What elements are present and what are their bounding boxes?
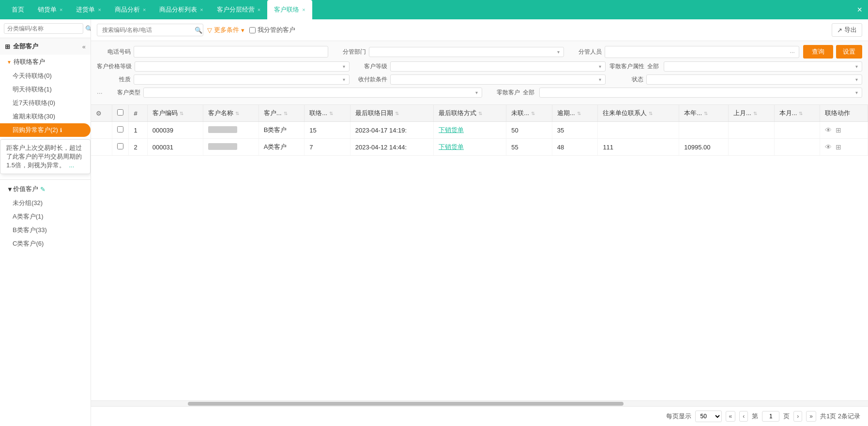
sidebar-item-tomorrow[interactable]: 明天待联络(1) [0, 83, 91, 96]
td-lastmethod-1[interactable]: 下销货单 [434, 122, 506, 139]
grid-icon-1[interactable]: ⊞ [836, 126, 841, 134]
sidebar-item-overdue[interactable]: 逾期未联络(30) [0, 110, 91, 123]
sidebar-item-a-class[interactable]: A类客户(1) [0, 210, 91, 223]
nav-home[interactable]: 首页 [5, 0, 31, 19]
my-customers-checkbox[interactable] [249, 27, 256, 33]
close-sales-order[interactable]: × [60, 7, 62, 13]
all-customers-section[interactable]: ⊞ 全部客户 « [0, 38, 91, 55]
th-contact2[interactable]: 往来单位联系人⇅ [598, 105, 679, 122]
person-select[interactable]: ··· [605, 46, 799, 58]
sidebar-item-7days[interactable]: 近7天待联络(0) [0, 96, 91, 110]
td-thismonth-2 [774, 139, 820, 156]
query-button[interactable]: 查询 [803, 45, 833, 59]
filter-retail-attribute: 零散客户属性 全部 ▾ [609, 61, 862, 72]
th-lastdate[interactable]: 最后联络日期⇅ [350, 105, 433, 122]
close-customer-tiers[interactable]: × [258, 7, 260, 13]
price-level-select[interactable]: ▾ [135, 61, 350, 72]
valuation-group[interactable]: ▼ 价值客户 ✎ [0, 182, 91, 196]
more-conditions-button[interactable]: ▽ 更多条件 ▾ [207, 26, 244, 34]
sort-icon-level: ⇅ [284, 111, 288, 116]
export-button[interactable]: ↗ 导出 [832, 23, 862, 37]
close-all-button[interactable]: × [857, 5, 862, 15]
main-search-input[interactable] [97, 24, 203, 36]
lastmethod-link-2[interactable]: 下销货单 [439, 143, 464, 150]
prev-page-button[interactable]: ‹ [739, 411, 748, 422]
sidebar-search-icon[interactable]: 🔍 [85, 25, 91, 32]
close-product-analysis[interactable]: × [143, 7, 146, 13]
td-lastmonth-2 [729, 139, 775, 156]
th-thisyear[interactable]: 本年...⇅ [679, 105, 729, 122]
page-size-select[interactable]: 50 100 200 [695, 411, 722, 422]
sidebar-item-b-class[interactable]: B类客户(33) [0, 223, 91, 237]
pending-contact-group[interactable]: ▼ 待联络客户 [0, 55, 91, 69]
table-body: 1 000039 B类客户 15 2023-04-17 14:19: 下销货单 … [91, 122, 868, 156]
td-checkbox-2[interactable] [112, 139, 129, 156]
sidebar-collapse-icon[interactable]: « [82, 43, 86, 50]
sidebar-item-today[interactable]: 今天待联络(0) [0, 69, 91, 83]
status-select[interactable]: ▾ [646, 74, 862, 85]
eye-icon-1[interactable]: 👁 [825, 126, 832, 134]
th-thismonth[interactable]: 本月...⇅ [774, 105, 820, 122]
settings-button[interactable]: 设置 [836, 45, 862, 59]
th-lastmethod[interactable]: 最后联络方式⇅ [434, 105, 506, 122]
next-page-button[interactable]: › [793, 411, 802, 422]
td-lastmethod-2[interactable]: 下销货单 [434, 139, 506, 156]
table-header: ⚙ # 客户编码⇅ 客户名称⇅ 客户...⇅ 联络...⇅ 最后联络日期⇅ 最后… [91, 105, 868, 122]
th-nocontact[interactable]: 未联...⇅ [506, 105, 552, 122]
nav-customer-tiers[interactable]: 客户分层经营 × [210, 0, 267, 19]
sidebar-search-input[interactable] [4, 23, 83, 34]
select-all-checkbox[interactable] [117, 109, 123, 116]
nav-product-analysis-list[interactable]: 商品分析列表 × [152, 0, 210, 19]
th-code[interactable]: 客户编码⇅ [147, 105, 203, 122]
nav-purchase-order[interactable]: 进货单 × [69, 0, 107, 19]
payment-select[interactable]: ▾ [390, 74, 606, 85]
retail-attr-select[interactable]: ▾ [664, 61, 862, 72]
retail-customer-select[interactable]: ▾ [539, 88, 862, 98]
eye-icon-2[interactable]: 👁 [825, 143, 832, 151]
scrollbar-thumb[interactable] [188, 402, 624, 406]
horizontal-scrollbar[interactable] [91, 400, 868, 406]
th-contact[interactable]: 联络...⇅ [305, 105, 350, 122]
sidebar-item-repurchase-anomaly[interactable]: 回购异常客户(2) ℹ [0, 123, 91, 137]
td-checkbox-1[interactable] [112, 122, 129, 139]
th-level[interactable]: 客户...⇅ [259, 105, 305, 122]
edit-icon[interactable]: ✎ [40, 186, 46, 193]
settings-gear-icon[interactable]: ⚙ [96, 110, 102, 117]
my-customers-checkbox-area[interactable]: 我分管的客户 [249, 26, 295, 34]
page-number-input[interactable] [762, 411, 779, 422]
sidebar-item-ungrouped[interactable]: 未分组(32) [0, 196, 91, 210]
td-settings-2 [91, 139, 112, 156]
td-settings-1 [91, 122, 112, 139]
th-checkbox[interactable] [112, 105, 129, 122]
table-area: ⚙ # 客户编码⇅ 客户名称⇅ 客户...⇅ 联络...⇅ 最后联络日期⇅ 最后… [91, 105, 868, 400]
close-product-analysis-list[interactable]: × [200, 7, 203, 13]
first-page-button[interactable]: « [726, 411, 736, 422]
lastmethod-link-1[interactable]: 下销货单 [439, 126, 464, 133]
close-purchase-order[interactable]: × [98, 7, 101, 13]
dept-select[interactable]: ▾ [369, 47, 563, 57]
person-dots[interactable]: ··· [790, 48, 795, 56]
nature-select[interactable]: ▾ [134, 74, 350, 85]
customer-level-select[interactable]: ▾ [390, 61, 606, 72]
nav-sales-order[interactable]: 销货单 × [31, 0, 69, 19]
nav-product-analysis[interactable]: 商品分析 × [108, 0, 152, 19]
td-lastdate-1: 2023-04-17 14:19: [350, 122, 433, 139]
customer-type-select[interactable]: ▾ [143, 88, 483, 98]
row1-checkbox[interactable] [117, 126, 123, 132]
grid-icon-2[interactable]: ⊞ [836, 143, 841, 151]
customer-name-blur-2 [208, 143, 237, 150]
close-customer-contact[interactable]: × [302, 7, 305, 13]
row2-checkbox[interactable] [117, 143, 123, 149]
th-overdue[interactable]: 逾期...⇅ [552, 105, 598, 122]
tooltip-more-link[interactable]: ... [69, 162, 74, 169]
sort-icon-lastmethod: ⇅ [478, 111, 482, 116]
row4-dots-button[interactable]: ··· [97, 89, 103, 97]
main-search-icon[interactable]: 🔍 [195, 27, 202, 34]
sidebar-item-c-class[interactable]: C类客户(6) [0, 237, 91, 250]
nav-customer-contact[interactable]: 客户联络 × [267, 0, 312, 19]
th-lastmonth[interactable]: 上月...⇅ [729, 105, 775, 122]
th-settings[interactable]: ⚙ [91, 105, 112, 122]
last-page-button[interactable]: » [806, 411, 816, 422]
phone-input[interactable] [134, 46, 328, 58]
th-name[interactable]: 客户名称⇅ [203, 105, 259, 122]
